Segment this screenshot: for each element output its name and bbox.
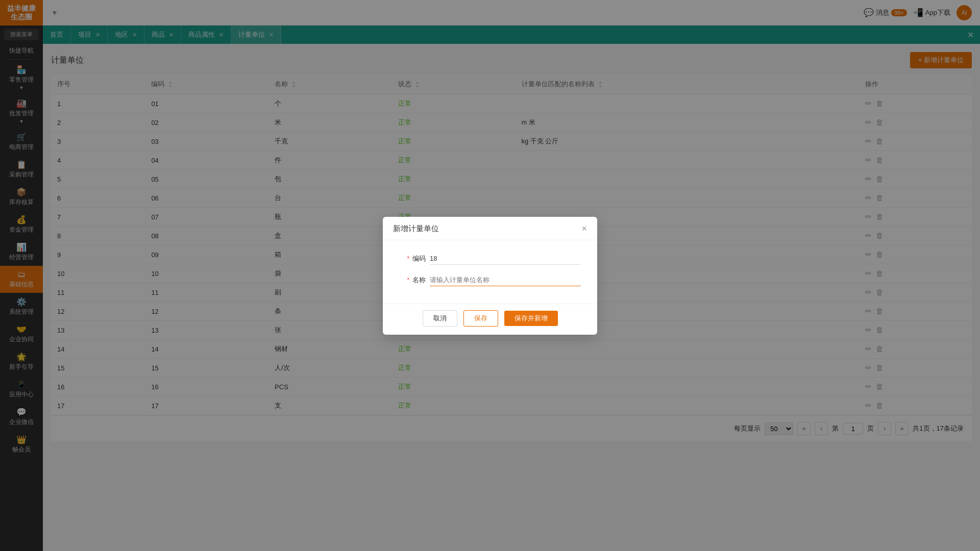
name-required-mark: * (407, 276, 409, 284)
save-button[interactable]: 保存 (463, 310, 498, 327)
modal-title: 新增计量单位 (393, 224, 439, 234)
form-row-name: * 名称 (399, 274, 581, 286)
name-label-text: 名称 (412, 276, 426, 284)
modal-footer: 取消 保存 保存并新增 (383, 304, 597, 335)
modal-header: 新增计量单位 × (383, 217, 597, 240)
code-input[interactable] (430, 253, 581, 265)
cancel-button[interactable]: 取消 (423, 310, 457, 327)
modal-overlay[interactable]: 新增计量单位 × * 编码 * 名称 取消 保存 保存并新增 (0, 0, 980, 551)
save-and-new-button[interactable]: 保存并新增 (504, 311, 558, 326)
modal-body: * 编码 * 名称 (383, 240, 597, 304)
code-label: * 编码 (399, 254, 430, 263)
name-label: * 名称 (399, 276, 430, 285)
code-label-text: 编码 (412, 255, 426, 262)
name-input[interactable] (430, 274, 581, 286)
code-required-mark: * (407, 255, 409, 262)
form-row-code: * 编码 (399, 253, 581, 265)
modal-close-button[interactable]: × (581, 224, 587, 233)
add-unit-modal: 新增计量单位 × * 编码 * 名称 取消 保存 保存并新增 (383, 217, 597, 335)
